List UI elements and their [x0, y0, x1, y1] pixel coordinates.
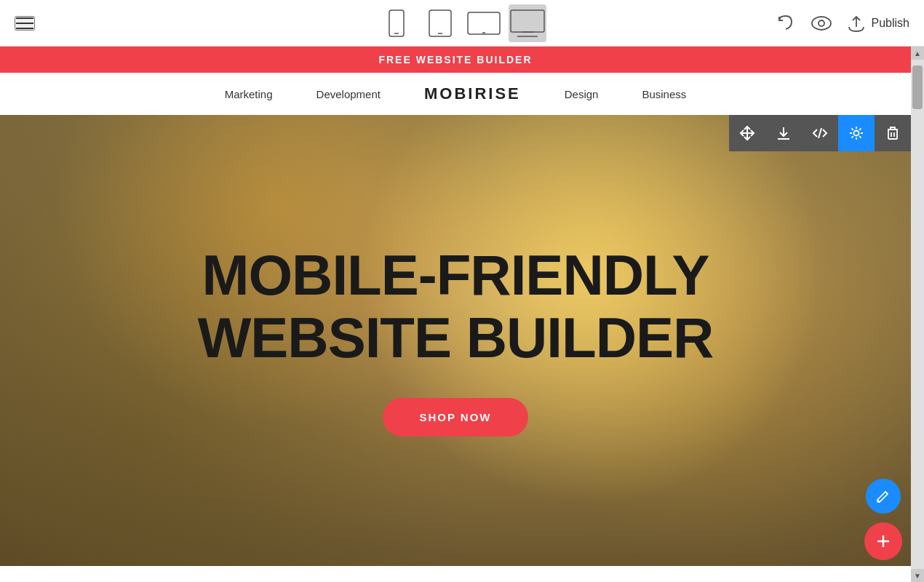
edit-fab-button[interactable] — [866, 479, 901, 514]
undo-button[interactable] — [776, 13, 796, 33]
block-download-button[interactable] — [765, 115, 802, 151]
menu-button[interactable] — [15, 16, 35, 31]
preview-button[interactable] — [811, 13, 832, 33]
cta-button[interactable]: SHOP NOW — [383, 398, 527, 436]
scrollbar-down-arrow[interactable]: ▼ — [911, 569, 924, 582]
svg-rect-0 — [389, 10, 404, 36]
device-switcher — [378, 4, 546, 42]
main-area: FREE WEBSITE BUILDER Marketing Developme… — [0, 47, 924, 582]
nav-item-marketing[interactable]: Marketing — [225, 88, 273, 100]
top-toolbar: Publish — [0, 0, 924, 47]
nav-item-business[interactable]: Business — [642, 88, 686, 100]
site-logo: MOBIRISE — [424, 84, 521, 103]
block-delete-button[interactable] — [875, 115, 911, 151]
fab-container — [864, 479, 902, 560]
svg-rect-18 — [888, 129, 897, 139]
svg-point-9 — [812, 17, 831, 30]
svg-point-10 — [819, 20, 824, 26]
hero-content: MOBILE-FRIENDLY WEBSITE BUILDER SHOP NOW — [198, 244, 714, 437]
site-navigation: Marketing Development MOBIRISE Design Bu… — [0, 73, 911, 115]
block-sort-button[interactable] — [729, 115, 765, 151]
scrollbar-up-arrow[interactable]: ▲ — [911, 47, 924, 60]
publish-button[interactable]: Publish — [847, 14, 909, 33]
svg-line-16 — [819, 128, 821, 138]
desktop-view-button[interactable] — [509, 4, 546, 42]
scrollbar-thumb[interactable] — [912, 65, 923, 109]
tablet-view-button[interactable] — [421, 4, 459, 42]
block-toolbar — [729, 115, 911, 151]
nav-item-design[interactable]: Design — [565, 88, 599, 100]
svg-rect-4 — [468, 12, 500, 34]
toolbar-right: Publish — [776, 13, 909, 33]
scrollbar[interactable]: ▲ ▼ — [911, 47, 924, 582]
hero-section: MOBILE-FRIENDLY WEBSITE BUILDER SHOP NOW — [0, 115, 911, 566]
block-settings-button[interactable] — [838, 115, 875, 151]
banner-text: FREE WEBSITE BUILDER — [378, 54, 532, 65]
add-block-fab-button[interactable] — [864, 522, 902, 560]
mobile-view-button[interactable] — [378, 4, 415, 42]
nav-item-development[interactable]: Development — [316, 88, 381, 100]
content-wrapper: FREE WEBSITE BUILDER Marketing Developme… — [0, 47, 911, 582]
svg-point-17 — [854, 131, 859, 136]
svg-rect-6 — [511, 10, 544, 32]
tablet-landscape-view-button[interactable] — [465, 4, 503, 42]
toolbar-left — [15, 16, 35, 31]
svg-rect-2 — [429, 10, 451, 36]
hero-title: MOBILE-FRIENDLY WEBSITE BUILDER — [198, 244, 714, 370]
block-code-button[interactable] — [802, 115, 838, 151]
publish-label: Publish — [872, 17, 909, 30]
promo-banner: FREE WEBSITE BUILDER — [0, 47, 911, 73]
svg-line-21 — [885, 492, 888, 494]
